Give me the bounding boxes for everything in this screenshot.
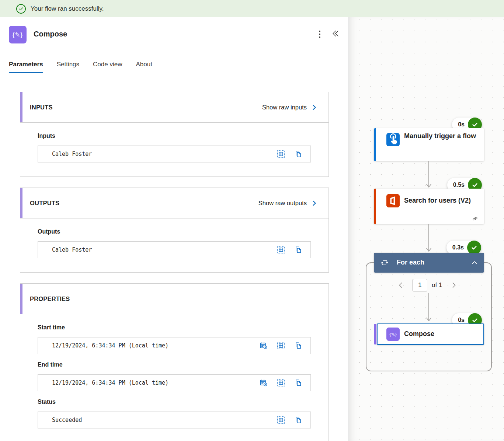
show-raw-inputs-link[interactable]: Show raw inputs	[262, 104, 317, 111]
page-number-input[interactable]	[413, 279, 427, 291]
compose-icon: {✎}	[9, 26, 27, 43]
properties-section: PROPERTIES Start time 12/19/2024, 6:34:3…	[20, 283, 329, 441]
inputs-section: INPUTS Show raw inputs Inputs Caleb Fost…	[20, 92, 329, 177]
page-count-label: of 1	[432, 281, 442, 289]
properties-section-title: PROPERTIES	[30, 295, 70, 302]
node-compose-selected[interactable]: {✎} Compose	[374, 323, 484, 345]
copy-icon[interactable]	[294, 246, 302, 254]
start-time-field: 12/19/2024, 6:34:34 PM (Local time)	[38, 337, 311, 354]
section-accent-bar	[20, 92, 22, 122]
table-view-icon[interactable]	[277, 150, 285, 158]
section-accent-bar	[20, 188, 22, 218]
copy-icon[interactable]	[294, 150, 302, 158]
next-page-icon[interactable]	[450, 281, 458, 289]
link-icon[interactable]	[472, 216, 478, 222]
connector-arrow	[426, 293, 432, 322]
flow-canvas[interactable]: 0s Manually trigger a flow 0.5s	[349, 17, 504, 441]
table-view-icon[interactable]	[277, 342, 285, 350]
manual-trigger-icon	[386, 133, 400, 146]
tab-bar: Parameters Settings Code view About	[0, 61, 348, 73]
tab-settings[interactable]: Settings	[57, 61, 79, 73]
status-field: Succeeded	[38, 412, 311, 428]
connector-arrow	[426, 224, 432, 252]
tab-about[interactable]: About	[136, 61, 152, 73]
inputs-field: Caleb Foster	[38, 146, 311, 162]
outputs-field: Caleb Foster	[38, 241, 311, 258]
inputs-field-label: Inputs	[38, 133, 311, 139]
collapse-panel-icon[interactable]	[331, 29, 340, 39]
panel-title: Compose	[34, 30, 67, 38]
chevron-right-icon	[311, 200, 317, 206]
success-check-icon	[16, 4, 26, 14]
copy-icon[interactable]	[294, 416, 302, 424]
banner-message: Your flow ran successfully.	[31, 5, 104, 13]
end-time-label: End time	[38, 361, 311, 368]
connector-arrow	[426, 161, 432, 188]
end-time-field: 12/19/2024, 6:34:34 PM (Local time)	[38, 374, 311, 391]
more-options-icon[interactable]	[317, 29, 322, 39]
previous-page-icon[interactable]	[397, 281, 404, 289]
loop-icon	[380, 259, 389, 267]
copy-icon[interactable]	[294, 379, 302, 387]
inputs-section-title: INPUTS	[30, 104, 53, 111]
node-manually-trigger-a-flow[interactable]: Manually trigger a flow	[374, 128, 484, 161]
action-details-panel: {✎} Compose Parameters Settings Code vie…	[0, 17, 349, 441]
status-label: Status	[38, 399, 311, 405]
outputs-section-title: OUTPUTS	[30, 200, 59, 207]
success-banner: Your flow ran successfully.	[0, 0, 504, 17]
collapse-scope-icon[interactable]	[471, 259, 478, 266]
node-for-each[interactable]: For each	[374, 253, 484, 273]
copy-icon[interactable]	[294, 342, 302, 350]
chevron-right-icon	[311, 104, 317, 111]
outputs-section: OUTPUTS Show raw outputs Outputs Caleb F…	[20, 188, 329, 273]
foreach-pagination: of 1	[397, 279, 458, 291]
outputs-field-label: Outputs	[38, 228, 311, 235]
table-view-icon[interactable]	[277, 416, 285, 424]
show-raw-outputs-link[interactable]: Show raw outputs	[258, 200, 317, 207]
node-search-for-users[interactable]: Search for users (V2)	[374, 189, 484, 224]
compose-icon: {✎}	[386, 328, 400, 341]
tab-parameters[interactable]: Parameters	[9, 61, 43, 73]
datetime-icon[interactable]	[260, 379, 268, 387]
office-365-icon	[386, 194, 400, 207]
table-view-icon[interactable]	[277, 379, 285, 387]
datetime-icon[interactable]	[260, 342, 268, 350]
start-time-label: Start time	[38, 324, 311, 331]
section-accent-bar	[20, 284, 22, 314]
panel-header: {✎} Compose	[0, 17, 348, 43]
table-view-icon[interactable]	[277, 246, 285, 254]
tab-code-view[interactable]: Code view	[93, 61, 122, 73]
